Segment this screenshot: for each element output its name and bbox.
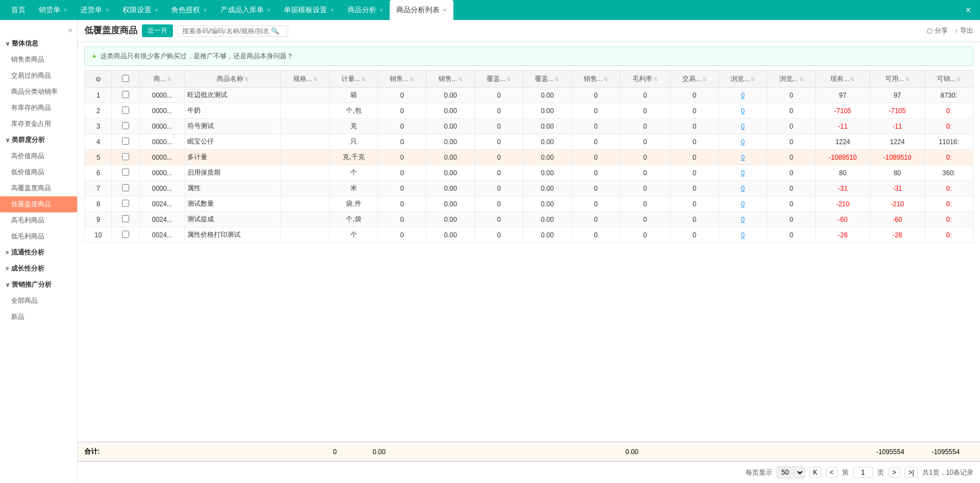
col-unit[interactable]: 计量...⇅: [329, 71, 377, 88]
col-settings[interactable]: ⚙: [85, 71, 112, 88]
row-select-checkbox[interactable]: [122, 138, 129, 145]
col-code[interactable]: 商...⇅: [139, 71, 185, 88]
col-cover2[interactable]: 覆盖...⇅: [523, 71, 571, 88]
row-browse1[interactable]: 0: [718, 212, 767, 227]
page-number-input[interactable]: [853, 467, 873, 478]
close-tab-products-in[interactable]: ×: [267, 7, 270, 13]
col-stock2[interactable]: 可用...⇅: [870, 71, 925, 88]
sidebar-collapse-button[interactable]: «: [68, 26, 73, 34]
row-checkbox[interactable]: [112, 103, 139, 119]
close-tab-permissions[interactable]: ×: [155, 7, 158, 13]
sidebar-section-flow[interactable]: > 流通性分析: [0, 245, 77, 261]
sidebar-section-growth[interactable]: > 成长性分析: [0, 261, 77, 277]
close-tab-roles[interactable]: ×: [203, 7, 207, 13]
share-icon: ⬡: [927, 27, 932, 35]
close-tab-goods-analysis[interactable]: ×: [380, 7, 383, 13]
nav-tab-sales[interactable]: 销货单 ×: [32, 0, 74, 20]
col-sales3[interactable]: 销售...⇅: [571, 71, 620, 88]
sidebar-item-stocked-goods[interactable]: 有库存的商品: [0, 100, 77, 116]
nav-tab-permissions[interactable]: 权限设置 ×: [116, 0, 165, 20]
row-cover2: 0.00: [523, 119, 571, 134]
sidebar-item-stock-funds[interactable]: 库存资金占用: [0, 116, 77, 132]
sidebar-item-low-value[interactable]: 低价值商品: [0, 164, 77, 180]
row-checkbox[interactable]: [112, 134, 139, 150]
row-select-checkbox[interactable]: [122, 153, 129, 160]
export-button[interactable]: ↑ 导出: [955, 26, 973, 35]
row-sales3: 0: [571, 150, 620, 165]
sidebar-item-category-rate[interactable]: 商品分类动销率: [0, 84, 77, 100]
select-all-checkbox[interactable]: [122, 75, 129, 82]
col-gross[interactable]: 毛利率⇅: [620, 71, 670, 88]
nav-tab-purchase[interactable]: 进货单 ×: [74, 0, 115, 20]
nav-tab-templates[interactable]: 单据模板设置 ×: [277, 0, 340, 20]
col-browse1[interactable]: 浏览...⇅: [718, 71, 767, 88]
col-sales-amt[interactable]: 销售...⇅: [426, 71, 474, 88]
col-cover1[interactable]: 覆盖...⇅: [474, 71, 523, 88]
row-browse1[interactable]: 0: [718, 134, 767, 150]
col-stock1[interactable]: 现有...⇅: [815, 71, 870, 88]
close-tab-templates[interactable]: ×: [330, 7, 334, 13]
nav-tab-products-in[interactable]: 产成品入库单 ×: [214, 0, 277, 20]
nav-tab-home[interactable]: 首页: [4, 0, 32, 20]
sidebar-item-traded-goods[interactable]: 交易过的商品: [0, 68, 77, 84]
sidebar-item-low-coverage[interactable]: 低覆盖度商品: [0, 196, 77, 212]
col-stock3[interactable]: 可销...⇅: [925, 71, 973, 88]
close-tab-goods-list[interactable]: ×: [443, 7, 446, 13]
search-icon[interactable]: 🔍: [271, 27, 279, 35]
row-checkbox[interactable]: [112, 88, 139, 103]
row-select-checkbox[interactable]: [122, 122, 129, 129]
nav-tab-goods-list[interactable]: 商品分析列表 ×: [390, 0, 453, 20]
row-browse1[interactable]: 0: [718, 150, 767, 165]
col-trade[interactable]: 交易...⇅: [670, 71, 718, 88]
sidebar-item-low-margin[interactable]: 低毛利商品: [0, 228, 77, 245]
sidebar-item-high-coverage[interactable]: 高覆盖度商品: [0, 180, 77, 196]
sidebar-item-all-goods[interactable]: 全部商品: [0, 293, 77, 309]
row-select-checkbox[interactable]: [122, 106, 129, 114]
col-name[interactable]: 商品名称⇅: [185, 71, 281, 88]
row-select-checkbox[interactable]: [122, 200, 129, 207]
sidebar-item-high-margin[interactable]: 高毛利商品: [0, 212, 77, 228]
next-page-button[interactable]: >: [889, 467, 900, 478]
row-browse1[interactable]: 0: [718, 181, 767, 196]
sidebar-item-high-value[interactable]: 高价值商品: [0, 148, 77, 164]
first-page-button[interactable]: K: [809, 467, 821, 478]
col-browse2[interactable]: 浏览...⇅: [767, 71, 815, 88]
prev-page-button[interactable]: <: [826, 467, 838, 478]
row-checkbox[interactable]: [112, 227, 139, 243]
row-select-checkbox[interactable]: [122, 231, 129, 238]
col-spec[interactable]: 规格...⇅: [281, 71, 329, 88]
col-checkbox[interactable]: [112, 71, 139, 88]
col-sales-qty[interactable]: 销售...⇅: [378, 71, 426, 88]
row-checkbox[interactable]: [112, 196, 139, 212]
close-tab-purchase[interactable]: ×: [105, 7, 109, 13]
row-browse1[interactable]: 0: [718, 227, 767, 243]
row-select-checkbox[interactable]: [122, 91, 129, 98]
row-browse1[interactable]: 0: [718, 196, 767, 212]
last-page-button[interactable]: >|: [905, 467, 918, 478]
row-browse1[interactable]: 0: [718, 165, 767, 181]
search-input[interactable]: [182, 27, 271, 35]
sidebar-item-new-goods[interactable]: 新品: [0, 309, 77, 325]
row-select-checkbox[interactable]: [122, 169, 129, 176]
per-page-select[interactable]: 50 10 20 100: [777, 466, 805, 479]
sidebar-section-overall[interactable]: ∨ 整体信息: [0, 35, 77, 52]
row-checkbox[interactable]: [112, 212, 139, 227]
row-checkbox[interactable]: [112, 119, 139, 134]
row-checkbox[interactable]: [112, 181, 139, 196]
nav-tab-roles[interactable]: 角色授权 ×: [165, 0, 213, 20]
close-tab-sales[interactable]: ×: [64, 7, 67, 13]
row-browse1[interactable]: 0: [718, 119, 767, 134]
period-button[interactable]: 近一月: [142, 24, 173, 37]
nav-tab-goods-analysis[interactable]: 商品分析 ×: [341, 0, 390, 20]
row-select-checkbox[interactable]: [122, 184, 129, 191]
sidebar-item-sales-goods[interactable]: 销售类商品: [0, 52, 77, 68]
close-window-button[interactable]: ×: [961, 4, 976, 16]
row-checkbox[interactable]: [112, 165, 139, 181]
row-browse1[interactable]: 0: [718, 88, 767, 103]
sidebar-section-cluster[interactable]: ∨ 类群度分析: [0, 132, 77, 148]
row-checkbox[interactable]: [112, 150, 139, 165]
row-browse1[interactable]: 0: [718, 103, 767, 119]
sidebar-section-marketing[interactable]: ∨ 营销推广分析: [0, 277, 77, 293]
row-select-checkbox[interactable]: [122, 215, 129, 222]
share-button[interactable]: ⬡ 分享: [927, 26, 948, 35]
